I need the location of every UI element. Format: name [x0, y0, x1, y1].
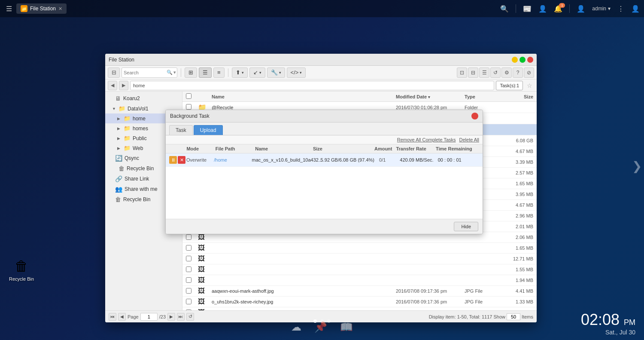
filter-icon-btn[interactable]: ☰ — [479, 67, 489, 78]
row-checkbox[interactable] — [186, 256, 191, 261]
window-close-button[interactable]: ✕ — [527, 57, 533, 63]
row-checkbox[interactable] — [186, 277, 191, 283]
search-taskbar-icon[interactable]: 🔍 — [500, 5, 509, 13]
more-menu-icon[interactable]: ⋮ — [617, 5, 624, 13]
recycle-bin-label: Recycle Bin — [9, 276, 34, 282]
sort-indicator: ▾ — [428, 95, 430, 99]
forward-button[interactable]: ▶ — [119, 81, 128, 90]
table-row[interactable]: 🖼 1.55 MB — [182, 264, 537, 275]
settings-icon-btn[interactable]: ⚙ — [501, 67, 512, 78]
task-transfer-rate: 420.09 MB/Sec. — [400, 157, 437, 162]
book-icon[interactable]: 📖 — [340, 321, 353, 333]
file-size: 6.08 GB — [499, 138, 533, 143]
select-all-checkbox[interactable] — [186, 93, 191, 99]
app-tab-close[interactable]: ✕ — [58, 6, 62, 12]
dot-2[interactable] — [320, 319, 324, 323]
header-name[interactable]: Name — [212, 94, 396, 99]
row-checkbox[interactable] — [186, 234, 191, 240]
right-arrow-button[interactable]: ❯ — [632, 159, 642, 173]
view-detail-button[interactable]: ≡ — [213, 67, 225, 78]
dialog-footer: Hide — [166, 219, 483, 234]
file-size: 4.67 MB — [499, 149, 533, 154]
row-checkbox[interactable] — [186, 266, 191, 272]
header-date[interactable]: Modified Date ▾ — [396, 94, 465, 99]
dialog-close-button[interactable]: ✕ — [471, 113, 478, 119]
back-button[interactable]: ◀ — [108, 81, 117, 90]
file-size: 3.95 MB — [499, 192, 533, 197]
row-checkbox[interactable] — [186, 104, 191, 110]
header-task-path: File Path — [216, 146, 255, 151]
row-checkbox[interactable] — [186, 245, 191, 251]
table-row[interactable]: 🖼 aaqwxn-eoui-mark-asthoff.jpg 2016/07/0… — [182, 286, 537, 297]
file-icon: 🖼 — [198, 287, 212, 295]
search-input[interactable] — [124, 70, 167, 75]
file-size: 1.65 MB — [499, 181, 533, 186]
task-cancel-button[interactable]: ✕ — [178, 156, 185, 164]
search-submit-button[interactable]: 🔍 ▾ — [167, 70, 176, 75]
task-list-header: Mode File Path Name Size Amount Transfer… — [166, 144, 483, 153]
task-pause-button[interactable]: ⏸ — [169, 156, 177, 164]
header-size[interactable]: Size — [499, 94, 533, 99]
favorite-button[interactable]: ☆ — [525, 81, 534, 90]
person-taskbar-icon[interactable]: 👤 — [538, 5, 547, 13]
file-size: 1.94 MB — [499, 278, 533, 283]
notification-taskbar-icon[interactable]: 🔔 1 — [554, 5, 562, 13]
window-minimize-button[interactable]: — — [512, 57, 518, 63]
expand-icon-btn[interactable]: ⊡ — [457, 67, 467, 78]
row-checkbox[interactable] — [186, 288, 191, 294]
avatar-icon[interactable]: 👤 — [631, 5, 640, 13]
app-tab-filestation[interactable]: 📁 File Station ✕ — [16, 3, 67, 14]
cloud-icon[interactable]: ☁ — [291, 321, 301, 333]
view-toggle-btn[interactable]: ⊘ — [524, 67, 534, 78]
share-button[interactable]: </> ▾ — [287, 67, 306, 78]
search-box: 🔍 ▾ — [122, 67, 177, 78]
view-grid-button[interactable]: ⊞ — [185, 67, 197, 78]
extract-icon: ↙ — [253, 69, 258, 76]
tools-button[interactable]: 🔧 ▾ — [267, 67, 285, 78]
path-bar: home — [130, 81, 494, 90]
user-icon[interactable]: 👤 — [577, 5, 585, 13]
collapse-icon-btn[interactable]: ⊟ — [468, 67, 478, 78]
file-icon: 🖼 — [198, 233, 212, 241]
table-row[interactable]: 🖼 b0knukck7q0-jay-wennington.jpg 2016/07… — [182, 307, 537, 310]
pin-icon[interactable]: 📌 — [314, 321, 327, 333]
header-task-size: Size — [313, 146, 374, 151]
table-row[interactable]: 🖼 1.94 MB — [182, 275, 537, 286]
hamburger-button[interactable]: ☰ — [4, 3, 14, 15]
sidebar-label-share-with-me: Share with me — [125, 186, 158, 192]
header-type[interactable]: Type — [465, 94, 499, 99]
clock: 02:08 PM Sat., Jul 30 — [581, 311, 635, 336]
file-size: 12.71 MB — [499, 256, 533, 261]
sidebar-item-koaru2[interactable]: 🖥 Koaru2 — [105, 93, 182, 104]
window-maximize-button[interactable]: + — [519, 57, 526, 63]
dialog-title: Background Task — [170, 113, 471, 119]
hide-button[interactable]: Hide — [454, 222, 478, 231]
username-label[interactable]: admin ▾ — [592, 6, 611, 12]
extract-button[interactable]: ↙ ▾ — [249, 67, 265, 78]
table-row[interactable]: 🖼 o_uhs1bru2k-steve-richey.jpg 2016/07/0… — [182, 297, 537, 307]
table-row[interactable]: 🖼 1.65 MB — [182, 243, 537, 254]
taskbar-divider-2 — [569, 4, 570, 13]
table-row[interactable]: 🖼 12.71 MB — [182, 254, 537, 264]
list-icon: ☰ — [203, 69, 208, 76]
news-taskbar-icon[interactable]: 📰 — [523, 5, 532, 13]
dot-1[interactable] — [313, 319, 317, 323]
delete-all-link[interactable]: Delete All — [459, 137, 479, 142]
remove-complete-link[interactable]: Remove All Complete Tasks — [397, 137, 456, 142]
header-check[interactable] — [186, 93, 198, 100]
dot-3[interactable] — [327, 319, 331, 323]
taskbar: ☰ 📁 File Station ✕ 🔍 📰 👤 🔔 1 👤 admin ▾ ⋮… — [0, 0, 644, 17]
upload-button[interactable]: ⬆ ▾ — [232, 67, 248, 78]
upload-tab[interactable]: Upload — [194, 125, 223, 135]
refresh-icon-btn[interactable]: ↺ — [490, 67, 501, 78]
sidebar-toggle-button[interactable]: ⊟ — [108, 67, 120, 78]
help-icon-btn[interactable]: ? — [513, 67, 523, 78]
task-path[interactable]: /home — [214, 157, 252, 162]
folder-homes-icon: 📁 — [124, 125, 131, 132]
row-checkbox[interactable] — [186, 299, 191, 304]
desktop-recycle-bin[interactable]: 🗑 Recycle Bin — [6, 255, 36, 284]
tools-icon: 🔧 — [271, 69, 278, 76]
tasks-button[interactable]: Task(s):1 — [496, 81, 523, 90]
view-list-button[interactable]: ☰ — [199, 67, 212, 78]
task-tab[interactable]: Task — [169, 125, 193, 135]
